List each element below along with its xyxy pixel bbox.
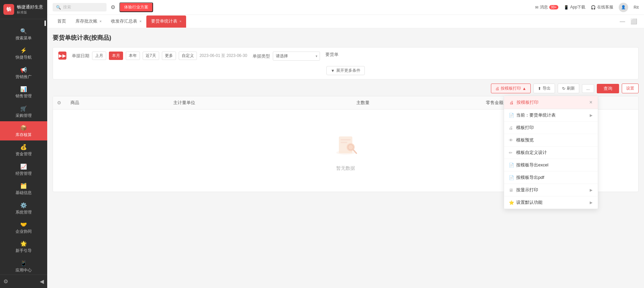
topbar-search-box[interactable]: 🔍 搜索	[53, 3, 107, 11]
sidebar-item-inventory[interactable]: 📦 库存核算	[0, 121, 47, 140]
sidebar-item-basics[interactable]: 🗂️ 基础信息	[0, 179, 47, 198]
tab-minimize-icon[interactable]: —	[618, 18, 626, 25]
username-label: Rit	[634, 5, 639, 10]
type-filter-label: 单据类型	[253, 53, 270, 59]
refresh-icon: ↻	[562, 86, 565, 91]
tab-order-stats[interactable]: 要货单统计表 ×	[146, 15, 186, 28]
printer2-icon: 🖨	[509, 125, 513, 130]
sidebar-item-enterprise[interactable]: 🤝 企业协同	[0, 218, 47, 237]
dropdown-current-template[interactable]: 📄 当前：要货单统计表 ▶	[504, 109, 598, 122]
tabs-bar: 首页 库存批次账 × 收发存汇总表 × 要货单统计表 × — ⬜	[47, 15, 644, 28]
topbar-search-icon: 🔍	[56, 5, 61, 10]
type-select[interactable]: 请选择	[273, 52, 320, 61]
sidebar-item-finance[interactable]: 💰 资金管理	[0, 140, 47, 160]
sidebar-item-sales[interactable]: 📊 销售管理	[0, 83, 47, 102]
date-btn-last7days[interactable]: 近7天	[143, 52, 159, 60]
chevron-right-icon: ▶	[590, 113, 592, 118]
document-icon: 📄	[509, 113, 514, 118]
chevron-right2-icon: ▶	[590, 188, 592, 192]
preview-icon: 👁	[509, 138, 513, 143]
app-download-button[interactable]: 📱 App下载	[564, 4, 585, 10]
sidebar-bottom: ⚙ ◀	[0, 275, 47, 288]
topbar-gear-icon[interactable]: ⚙	[111, 4, 115, 10]
dropdown-export-pdf[interactable]: 📄 按模板导出pdf	[504, 171, 598, 184]
sidebar-item-guide[interactable]: 🌟 新手引导	[0, 237, 47, 256]
dropdown-set-default[interactable]: ⭐ 设置默认功能 ▶	[504, 196, 598, 209]
filter-bar: ▶▶ 单据日期 上月 本月 本年 近7天 更多 自定义 2023-06-01 至…	[53, 47, 639, 79]
sidebar-item-purchase[interactable]: 🛒 采购管理	[0, 102, 47, 121]
message-button[interactable]: ✉ 消息 99+	[535, 4, 558, 10]
collapse-sidebar-icon[interactable]: ◀	[40, 278, 44, 285]
basics-icon: 🗂️	[20, 183, 27, 189]
printer-icon: 🖨	[509, 100, 514, 105]
search-icon: 🔍	[20, 28, 27, 34]
settings-bottom-icon[interactable]: ⚙	[3, 278, 8, 285]
expand-more-button[interactable]: ▼ 展开更多条件	[326, 66, 365, 75]
date-btn-prev-month[interactable]: 上月	[92, 52, 106, 60]
svg-rect-2	[341, 139, 351, 140]
dropdown-template-print[interactable]: 🖨 模板打印	[504, 122, 598, 134]
app-logo-icon: 畅	[3, 4, 14, 15]
query-button[interactable]: 查询	[597, 84, 619, 93]
app-download-icon: 📱	[564, 5, 569, 10]
dropdown-display-print[interactable]: 🖥 按显示打印 ▶	[504, 184, 598, 196]
sidebar-item-search[interactable]: 🔍 搜索菜单	[0, 25, 47, 44]
table-toolbar: 🖨 按模板打印 ▲ ⬆ 导出 ↻ 刷新 ... 查询 设置 🖨	[53, 84, 639, 93]
export-button[interactable]: ⬆ 导出	[533, 84, 555, 93]
tab-close-order-stats[interactable]: ×	[179, 19, 181, 23]
user-avatar[interactable]: 👤	[619, 3, 628, 12]
display-print-icon: 🖥	[509, 188, 513, 193]
quantity-filter-label: 要货单	[325, 52, 339, 58]
operations-icon: 📈	[20, 163, 27, 170]
tab-inventory-batch[interactable]: 库存批次账 ×	[71, 15, 106, 28]
dropdown-template-design[interactable]: ✏ 模板自定义设计	[504, 147, 598, 159]
tab-close-receipts-summary[interactable]: ×	[139, 19, 141, 23]
sidebar-item-marketing[interactable]: 📢 营销推广	[0, 63, 47, 83]
date-filter-group: 单据日期 上月 本月 本年 近7天 更多 自定义 2023-06-01 至 20…	[72, 52, 247, 60]
excel-icon: 📄	[509, 163, 514, 168]
date-btn-more[interactable]: 更多	[162, 52, 176, 60]
export-icon: ⬆	[538, 86, 541, 91]
purchase-icon: 🛒	[20, 105, 27, 112]
col-header-unit: 主计量单位	[169, 96, 352, 109]
sidebar-item-apps[interactable]: 📱 应用中心	[0, 257, 47, 275]
date-btn-current-year[interactable]: 本年	[126, 52, 140, 60]
date-btn-custom[interactable]: 自定义	[179, 52, 197, 60]
trial-button[interactable]: 体验行业方案	[119, 2, 153, 12]
main-area: 🔍 搜索 ⚙ 体验行业方案 ✉ 消息 99+ 📱 App下载 🎧 在线客服 👤 …	[47, 0, 644, 288]
topbar: 🔍 搜索 ⚙ 体验行业方案 ✉ 消息 99+ 📱 App下载 🎧 在线客服 👤 …	[47, 0, 644, 15]
filter-expand-button[interactable]: ▶▶	[58, 52, 66, 60]
settings-button[interactable]: 设置	[622, 84, 639, 93]
online-service-button[interactable]: 🎧 在线客服	[591, 4, 613, 10]
refresh-button[interactable]: ↻ 刷新	[558, 84, 579, 93]
type-select-wrapper[interactable]: 请选择	[273, 52, 320, 61]
print-template-button[interactable]: 🖨 按模板打印 ▲	[491, 84, 531, 93]
system-icon: ⚙️	[20, 202, 27, 209]
chevron-right3-icon: ▶	[590, 200, 592, 205]
topbar-actions: ✉ 消息 99+ 📱 App下载 🎧 在线客服 👤 Rit	[535, 3, 639, 12]
sidebar-item-system[interactable]: ⚙️ 系统管理	[0, 199, 47, 218]
guide-icon: 🌟	[20, 241, 27, 247]
finance-icon: 💰	[20, 144, 27, 150]
more-button[interactable]: ...	[582, 84, 594, 93]
expand-more-row: ▼ 展开更多条件	[58, 66, 633, 75]
tab-close-inventory-batch[interactable]: ×	[99, 19, 101, 23]
tab-receipts-summary[interactable]: 收发存汇总表 ×	[106, 15, 146, 28]
quicknav-icon: ⚡	[20, 47, 27, 54]
dropdown-template-preview[interactable]: 👁 模板预览	[504, 134, 598, 147]
date-btn-current-month[interactable]: 本月	[109, 52, 123, 60]
pdf-icon: 📄	[509, 175, 514, 180]
dropdown-title: 🖨 按模板打印	[509, 99, 538, 105]
table-settings-icon[interactable]: ⚙	[57, 100, 61, 105]
design-icon: ✏	[509, 150, 513, 155]
dropdown-close-button[interactable]: ×	[589, 99, 592, 105]
tab-maximize-icon[interactable]: ⬜	[629, 18, 639, 25]
chevron-down-icon: ▼	[331, 68, 335, 73]
sidebar-item-operations[interactable]: 📈 经营管理	[0, 160, 47, 179]
col-header-product: 商品	[66, 96, 169, 109]
dropdown-export-excel[interactable]: 📄 按模板导出excel	[504, 159, 598, 171]
sidebar-item-quicknav[interactable]: ⚡ 快捷导航	[0, 44, 47, 63]
tab-home[interactable]: 首页	[53, 15, 71, 28]
print-template-dropdown: 🖨 按模板打印 × 📄 当前：要货单统计表 ▶ 🖨 模板打印 👁 模板预览	[504, 96, 598, 209]
date-range-display: 2023-06-01 至 2023-06-30	[200, 53, 247, 59]
